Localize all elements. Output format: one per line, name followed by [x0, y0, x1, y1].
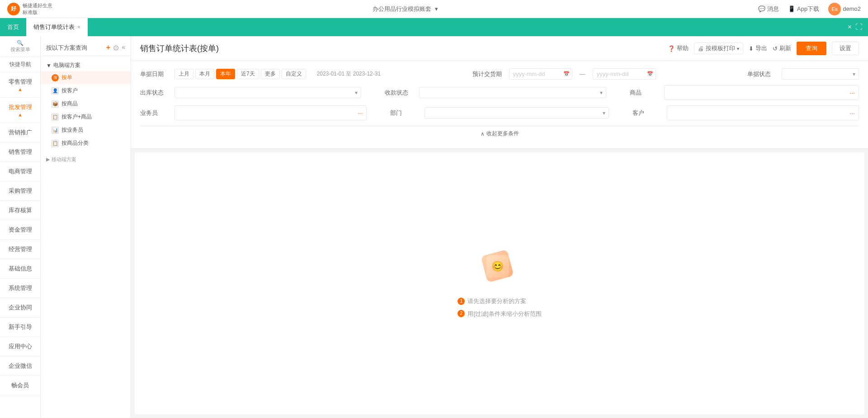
- date-btn-more[interactable]: 更多: [261, 69, 280, 79]
- refresh-button[interactable]: ↺ 刷新: [773, 44, 791, 52]
- date-btn-this-year[interactable]: 本年: [216, 69, 235, 79]
- department-select-wrapper: [425, 107, 609, 119]
- department-label: 部门: [390, 109, 417, 117]
- customer-input[interactable]: [671, 108, 850, 118]
- filter-row-2: 出库状态 收款状态 商品: [140, 85, 859, 100]
- date-btn-this-month[interactable]: 本月: [195, 69, 214, 79]
- sidebar-quick-nav[interactable]: 快捷导航: [0, 57, 40, 72]
- company-name: 办公用品行业模拟账套: [373, 5, 431, 13]
- scheme-item-by-customer-goods[interactable]: 📋 按客户+商品: [41, 110, 131, 124]
- salesperson-input[interactable]: [179, 108, 358, 118]
- expected-date-to-wrapper: [593, 68, 656, 80]
- department-select[interactable]: [425, 107, 609, 119]
- download-icon: 📱: [788, 5, 795, 12]
- newbie-label: 新手引导: [9, 323, 32, 331]
- print-button[interactable]: 🖨 按模板打印 ▾: [694, 43, 743, 54]
- sidebar-item-member[interactable]: 畅会员: [0, 376, 40, 395]
- empty-illustration: 😊: [479, 248, 520, 289]
- date-btn-last-7days[interactable]: 近7天: [237, 69, 259, 79]
- scheme-item-by-goods[interactable]: 📦 按商品: [41, 97, 131, 110]
- goods-input-wrapper: ···: [664, 85, 859, 100]
- sidebar-item-operations[interactable]: 经营管理: [0, 240, 40, 259]
- page-header: 销售订单统计表(按单) ❓ 帮助 🖨 按模板打印 ▾ ⬇ 导出: [131, 36, 868, 61]
- sidebar-item-appstore[interactable]: 应用中心: [0, 337, 40, 356]
- sidebar-item-sales[interactable]: 销售管理: [0, 142, 40, 162]
- out-status-select[interactable]: [175, 87, 361, 98]
- query-button[interactable]: 查询: [797, 42, 826, 55]
- settings-button[interactable]: 设置: [832, 42, 859, 55]
- sidebar-item-ecommerce[interactable]: 电商管理: [0, 162, 40, 181]
- left-panel-icons: + ⊙ «: [106, 43, 125, 52]
- expected-date-from-input[interactable]: [509, 68, 572, 80]
- empty-tip-2: 2 用[过滤]条件来缩小分析范围: [458, 309, 541, 319]
- scheme-item-by-customer[interactable]: 👤 按客户: [41, 84, 131, 97]
- message-button[interactable]: 💬 消息: [758, 5, 779, 13]
- window-expand-button[interactable]: ⛶: [855, 23, 863, 31]
- help-button[interactable]: ❓ 帮助: [668, 44, 689, 52]
- goods-label: 商品: [630, 89, 657, 97]
- sidebar-item-inventory[interactable]: 库存核算: [0, 201, 40, 220]
- tab-close-icon[interactable]: ×: [77, 24, 80, 30]
- top-bar-center[interactable]: 办公用品行业模拟账套 ▾: [373, 5, 438, 13]
- goods-input[interactable]: [668, 87, 850, 98]
- sidebar-search[interactable]: 🔍 搜索菜单: [0, 36, 40, 57]
- collapse-panel-button[interactable]: «: [122, 43, 125, 52]
- scheme-item-by-order[interactable]: 按 按单: [41, 71, 131, 84]
- user-menu[interactable]: Ea demo2: [828, 3, 861, 15]
- dropdown-icon[interactable]: ▾: [435, 5, 438, 12]
- customer-more-button[interactable]: ···: [849, 109, 855, 117]
- window-close-button[interactable]: ×: [848, 23, 852, 31]
- top-bar-right: 💬 消息 📱 App下载 Ea demo2: [758, 3, 861, 15]
- pay-status-select[interactable]: [419, 87, 606, 98]
- mobile-section-title[interactable]: ▶ 移动端方案: [41, 153, 131, 166]
- box-icon-face: 😊: [486, 255, 509, 278]
- refresh-icon: ↺: [773, 45, 778, 52]
- sales-label: 销售管理: [9, 148, 32, 156]
- inventory-label: 库存核算: [9, 206, 32, 214]
- out-status-label: 出库状态: [140, 89, 167, 97]
- scheme-item-by-goods-category[interactable]: 📋 按商品分类: [41, 137, 131, 150]
- date-btn-custom[interactable]: 自定义: [282, 69, 306, 79]
- bill-status-label: 单据状态: [747, 70, 774, 78]
- app-download-button[interactable]: 📱 App下载: [788, 5, 819, 13]
- out-status-select-wrapper: [175, 87, 361, 98]
- export-button[interactable]: ⬇ 导出: [749, 44, 767, 52]
- bill-status-select[interactable]: [782, 68, 859, 80]
- left-panel: 按以下方案查询 + ⊙ « ▼ 电脑端方案 按 按单: [41, 36, 131, 418]
- add-scheme-button[interactable]: +: [106, 43, 110, 52]
- expected-date-to-input[interactable]: [593, 68, 656, 80]
- pc-schemes-section: ▼ 电脑端方案 按 按单 👤 按客户 📦 按商品: [41, 56, 131, 153]
- scheme-item-by-salesperson[interactable]: 📊 按业务员: [41, 124, 131, 137]
- sidebar: 🔍 搜索菜单 快捷导航 零售管理 ▲ 批发管理 ▲ 营销推广 销售管理 电商管理…: [0, 36, 41, 418]
- tab-sales-stats[interactable]: 销售订单统计表 ×: [26, 18, 88, 36]
- avatar: Ea: [828, 3, 841, 15]
- sidebar-item-finance[interactable]: 资金管理: [0, 220, 40, 240]
- sidebar-item-wholesale[interactable]: 批发管理 ▲: [0, 98, 40, 123]
- sidebar-item-basic[interactable]: 基础信息: [0, 259, 40, 279]
- date-btn-last-month[interactable]: 上月: [175, 69, 193, 79]
- collapse-filter-button[interactable]: ∧ 收起更多条件: [140, 126, 859, 141]
- message-icon: 💬: [758, 5, 765, 12]
- sidebar-item-wechat[interactable]: 企业微信: [0, 356, 40, 376]
- empty-tips: 1 请先选择要分析的方案 2 用[过滤]条件来缩小分析范围: [458, 296, 541, 319]
- pay-status-select-wrapper: [419, 87, 606, 98]
- sidebar-item-retail[interactable]: 零售管理 ▲: [0, 72, 40, 98]
- expected-date-label: 预计交货期: [472, 70, 502, 78]
- sidebar-item-enterprise[interactable]: 企业协同: [0, 298, 40, 318]
- sidebar-item-purchase[interactable]: 采购管理: [0, 181, 40, 201]
- empty-state: 😊 1 请先选择要分析的方案 2 用[过滤]条件来缩小分析范围: [458, 248, 541, 319]
- settings-scheme-button[interactable]: ⊙: [113, 43, 119, 52]
- purchase-label: 采购管理: [9, 187, 32, 195]
- salesperson-more-button[interactable]: ···: [358, 109, 363, 117]
- sidebar-item-system[interactable]: 系统管理: [0, 279, 40, 298]
- mobile-expand-icon: ▶: [46, 157, 50, 162]
- filter-area: 单据日期 上月 本月 本年 近7天 更多 自定义 2023-01-01 至 20…: [131, 61, 868, 149]
- sidebar-item-marketing[interactable]: 营销推广: [0, 123, 40, 142]
- data-area: 😊 1 请先选择要分析的方案 2 用[过滤]条件来缩小分析范围: [135, 152, 864, 414]
- goods-more-button[interactable]: ···: [849, 89, 855, 96]
- expected-date-from-wrapper: [509, 68, 572, 80]
- sidebar-item-newbie[interactable]: 新手引导: [0, 318, 40, 337]
- tab-home[interactable]: 首页: [0, 18, 26, 36]
- collapse-icon: ∧: [481, 131, 485, 137]
- print-icon: 🖨: [698, 45, 704, 52]
